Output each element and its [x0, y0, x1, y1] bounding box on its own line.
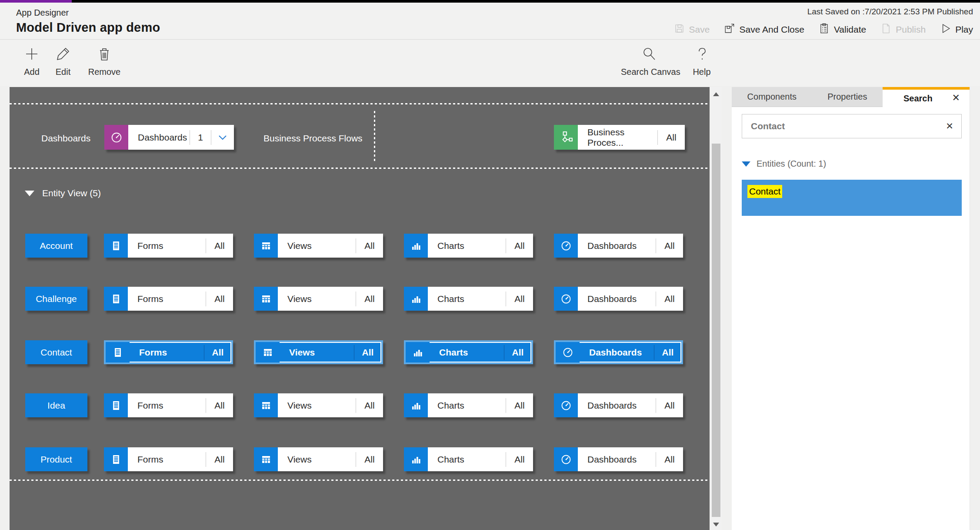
- scrollbar-thumb[interactable]: [712, 144, 720, 517]
- save-and-close-button[interactable]: Save And Close: [723, 23, 804, 37]
- tab-properties[interactable]: Properties: [827, 92, 867, 102]
- dashed-divider-top: [10, 103, 710, 104]
- chevron-down-icon[interactable]: [211, 125, 234, 150]
- dashboards-icon: [556, 342, 580, 362]
- dashed-divider-vertical: [374, 111, 375, 162]
- business-process-chip[interactable]: Business Proces... All: [554, 125, 685, 150]
- validate-icon: [818, 23, 830, 37]
- save-icon: [673, 23, 685, 37]
- header-actions: SaveSave And CloseValidatePublishPlay: [673, 23, 973, 37]
- tile-all-badge: All: [356, 287, 383, 311]
- tile-challenge-views[interactable]: ViewsAll: [254, 287, 383, 311]
- charts-icon: [406, 342, 430, 362]
- tile-idea-dashboards[interactable]: DashboardsAll: [554, 393, 683, 417]
- entity-button-contact[interactable]: Contact: [25, 340, 87, 364]
- dashed-divider-bottom: [10, 480, 710, 481]
- tile-all-badge: All: [506, 234, 533, 258]
- bpf-zone-label: Business Process Flows: [263, 133, 363, 144]
- search-result-highlight: Contact: [747, 185, 782, 198]
- search-input-value[interactable]: Contact: [742, 121, 938, 131]
- action-label: Publish: [896, 24, 926, 35]
- tile-product-forms[interactable]: FormsAll: [104, 447, 233, 471]
- validate-button[interactable]: Validate: [818, 23, 866, 37]
- tile-all-badge: All: [504, 342, 531, 362]
- tile-all-badge: All: [656, 234, 683, 258]
- tile-contact-views[interactable]: ViewsAll: [254, 340, 383, 364]
- tile-all-badge: All: [206, 234, 233, 258]
- entity-button-product[interactable]: Product: [25, 447, 87, 471]
- dashboards-icon: [554, 447, 578, 471]
- tab-components[interactable]: Components: [747, 92, 797, 102]
- remove-icon: [97, 56, 112, 63]
- entity-button-account[interactable]: Account: [25, 234, 87, 258]
- entity-view-header[interactable]: Entity View (5): [25, 188, 101, 198]
- scroll-up-icon[interactable]: [713, 92, 719, 96]
- tile-label: Views: [280, 342, 354, 362]
- tile-product-views[interactable]: ViewsAll: [254, 447, 383, 471]
- entity-button-challenge[interactable]: Challenge: [25, 287, 87, 311]
- tile-all-badge: All: [506, 393, 533, 417]
- tile-label: Forms: [128, 287, 206, 311]
- charts-icon: [404, 234, 428, 258]
- published-badge: Published: [937, 7, 973, 16]
- search-canvas-button[interactable]: Search Canvas: [621, 46, 677, 77]
- forms-icon: [104, 447, 128, 471]
- tile-contact-dashboards[interactable]: DashboardsAll: [554, 340, 683, 364]
- entity-button-idea[interactable]: Idea: [25, 393, 87, 417]
- tile-account-charts[interactable]: ChartsAll: [404, 234, 533, 258]
- tile-account-views[interactable]: ViewsAll: [254, 234, 383, 258]
- views-icon: [254, 234, 278, 258]
- scroll-down-icon[interactable]: [713, 523, 719, 527]
- close-icon[interactable]: ✕: [952, 93, 960, 103]
- tile-challenge-charts[interactable]: ChartsAll: [404, 287, 533, 311]
- clear-search-icon[interactable]: ✕: [938, 121, 961, 131]
- edit-icon: [55, 56, 71, 63]
- last-saved-status: Last Saved on :7/20/2021 2:53 PM Publish…: [673, 7, 973, 17]
- tile-idea-charts[interactable]: ChartsAll: [404, 393, 533, 417]
- entities-section-header[interactable]: Entities (Count: 1): [742, 159, 826, 169]
- dashboards-icon: [554, 287, 578, 311]
- play-button[interactable]: Play: [940, 23, 973, 37]
- publish-icon: [880, 23, 892, 37]
- tile-contact-forms[interactable]: FormsAll: [104, 340, 233, 364]
- tile-idea-forms[interactable]: FormsAll: [104, 393, 233, 417]
- entities-count-label: Entities (Count: 1): [757, 159, 826, 169]
- toolbar-label: Search Canvas: [621, 67, 677, 77]
- tile-all-badge: All: [206, 287, 233, 311]
- right-panel: Components Properties Search ✕ Contact ✕…: [732, 87, 980, 530]
- views-icon: [254, 393, 278, 417]
- tile-all-badge: All: [204, 342, 231, 362]
- app-header: App Designer Model Driven app demo Last …: [0, 3, 980, 40]
- tile-all-badge: All: [506, 287, 533, 311]
- remove-button[interactable]: Remove: [76, 46, 133, 77]
- action-label: Save And Close: [739, 24, 804, 35]
- help-button[interactable]: Help: [673, 46, 730, 77]
- tile-account-dashboards[interactable]: DashboardsAll: [554, 234, 683, 258]
- tile-label: Forms: [128, 234, 206, 258]
- tile-contact-charts[interactable]: ChartsAll: [404, 340, 533, 364]
- panel-scrollbar-track[interactable]: [970, 87, 980, 530]
- flow-icon: [554, 125, 578, 150]
- canvas-scrollbar[interactable]: [710, 87, 722, 530]
- collapse-triangle-icon: [25, 191, 34, 196]
- search-panel-body: [732, 107, 970, 530]
- tile-product-dashboards[interactable]: DashboardsAll: [554, 447, 683, 471]
- tile-label: Charts: [428, 234, 506, 258]
- tile-all-badge: All: [656, 287, 683, 311]
- panel-search-input[interactable]: Contact ✕: [742, 114, 962, 138]
- search-result-contact[interactable]: Contact: [742, 180, 962, 216]
- tile-label: Dashboards: [578, 393, 656, 417]
- action-label: Play: [955, 24, 973, 35]
- tile-idea-views[interactable]: ViewsAll: [254, 393, 383, 417]
- dashboards-zone-label: Dashboards: [41, 133, 90, 144]
- tile-all-badge: All: [206, 393, 233, 417]
- tile-product-charts[interactable]: ChartsAll: [404, 447, 533, 471]
- tile-account-forms[interactable]: FormsAll: [104, 234, 233, 258]
- tile-challenge-forms[interactable]: FormsAll: [104, 287, 233, 311]
- dashed-divider-mid: [10, 168, 710, 169]
- tile-challenge-dashboards[interactable]: DashboardsAll: [554, 287, 683, 311]
- tab-search[interactable]: Search ✕: [883, 87, 970, 107]
- tab-search-label: Search: [903, 94, 933, 104]
- dashboards-chip[interactable]: Dashboards 1: [104, 125, 234, 150]
- save-and-close-icon: [723, 23, 735, 37]
